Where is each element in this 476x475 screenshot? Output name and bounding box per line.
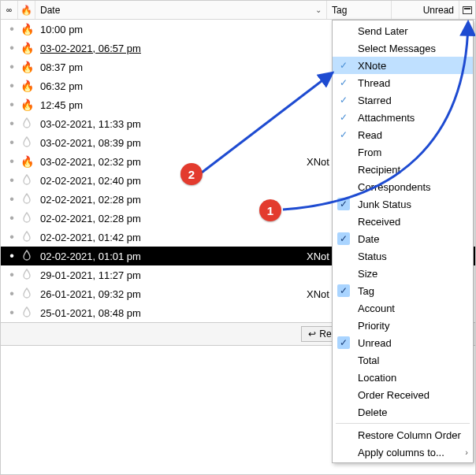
row-date: 12:45 pm [35,99,303,111]
column-menu-item[interactable]: Priority [333,317,473,334]
row-tag: XNot [303,250,329,262]
column-menu-item[interactable]: Status [333,247,473,265]
row-dot-icon: • [6,174,18,187]
tag-column-header[interactable]: Tag [327,1,392,19]
column-menu-item[interactable]: Apply columns to...› [333,443,473,461]
column-menu-item[interactable]: ✓Thread [333,74,473,91]
unread-column-header[interactable]: Unread [392,1,459,19]
column-menu-item[interactable]: ✓Read [333,126,473,143]
chevron-down-icon: ⌄ [315,6,322,14]
column-menu-item[interactable]: Size [333,265,473,282]
tag-header-label: Tag [332,5,347,16]
flame-hot-icon: 🔥 [18,42,35,54]
column-menu-item[interactable]: ✓Attachments [333,109,473,126]
flame-cold-icon [18,231,35,244]
submenu-arrow-icon: › [465,447,468,457]
column-menu-item[interactable]: ✓Tag [333,282,473,299]
row-dot-icon: • [6,269,18,281]
flame-hot-icon: 🔥 [18,155,35,168]
column-menu-label: Tag [358,285,374,297]
row-date: 08:37 pm [35,61,303,73]
column-menu-label: Send Later [358,25,408,37]
flame-hot-icon: 🔥 [18,98,35,111]
row-date: 02-02-2021, 02:40 pm [35,175,303,187]
column-menu-item[interactable]: Total [333,351,473,369]
check-empty [337,215,350,228]
column-menu-label: Account [358,302,395,314]
row-tag: XNot [303,288,329,300]
check-empty [337,180,350,193]
row-dot-icon: • [6,23,18,35]
column-menu-item[interactable]: Correspondents [333,178,473,195]
row-date: 10:00 pm [35,24,303,35]
column-menu-item[interactable]: Order Received [333,386,473,403]
column-menu-label: Restore Column Order [358,429,461,441]
flame-cold-icon [18,117,35,131]
flame-hot-icon: 🔥 [18,80,35,92]
column-menu-label: Order Received [358,389,430,401]
check-box-icon: ✓ [337,198,350,210]
check-empty [337,406,350,418]
row-date: 02-02-2021, 01:01 pm [35,250,303,262]
row-tag: XNot [303,156,329,168]
column-menu-item[interactable]: ✓Unread [333,334,473,351]
date-column-header[interactable]: Date ⌄ [35,1,327,19]
check-empty [337,429,350,441]
column-menu-item[interactable]: Send Later [333,22,473,39]
column-menu-label: Apply columns to... [358,447,444,458]
flame-cold-icon [18,212,35,225]
column-menu-label: Delete [358,406,388,418]
row-dot-icon: • [6,61,18,73]
check-tick-icon: ✓ [337,111,350,124]
column-menu-label: Recipient [358,164,400,176]
column-menu-item[interactable]: Select Messages [333,39,473,57]
thread-column-header[interactable]: ∞ [1,1,18,19]
check-empty [337,146,350,158]
flame-cold-icon [18,193,35,206]
hot-column-header[interactable]: 🔥 [18,1,35,19]
column-menu-label: XNote [358,60,386,72]
column-menu-item[interactable]: ✓XNote [333,57,473,74]
column-menu-label: Total [358,354,379,366]
row-date: 26-01-2021, 09:32 pm [35,288,303,300]
flame-cold-icon [18,269,35,282]
flame-cold-icon [18,288,35,301]
column-menu-item[interactable]: Recipient [333,161,473,178]
column-menu-item[interactable]: From [333,143,473,161]
column-menu-item[interactable]: Received [333,213,473,230]
row-dot-icon: • [6,212,18,225]
column-menu-item[interactable]: Account [333,299,473,317]
column-menu-item[interactable]: ✓Starred [333,91,473,109]
row-dot-icon: • [6,98,18,111]
row-date: 25-01-2021, 08:48 pm [35,307,303,319]
column-picker-button[interactable] [459,1,475,19]
column-menu-item[interactable]: ✓Junk Status [333,195,473,213]
check-empty [337,354,350,366]
column-menu-label: Read [358,129,382,141]
reply-icon: ↩ [308,328,316,340]
check-box-icon: ✓ [337,336,350,349]
column-menu-item[interactable]: Location [333,369,473,386]
flame-cold-icon [18,306,35,320]
check-empty [337,388,350,401]
column-menu-label: Unread [358,337,392,349]
check-tick-icon: ✓ [337,59,350,72]
check-empty [337,446,350,458]
column-menu-item[interactable]: ✓Date [333,230,473,247]
check-tick-icon: ✓ [337,76,350,89]
row-dot-icon: • [6,117,18,130]
row-date: 02-02-2021, 01:42 pm [35,232,303,243]
row-dot-icon: • [6,136,18,149]
flame-cold-icon [18,250,35,263]
column-menu-item[interactable]: Restore Column Order [333,426,473,443]
column-menu-label: Starred [358,95,392,106]
row-dot-icon: • [6,250,18,262]
column-picker-menu: Send LaterSelect Messages✓XNote✓Thread✓S… [332,20,474,463]
row-date: 03-02-2021, 11:33 pm [35,118,303,130]
column-menu-item[interactable]: Delete [333,403,473,421]
check-tick-icon: ✓ [337,128,350,141]
column-menu-label: Junk Status [358,199,411,210]
column-menu-label: Date [358,233,379,245]
row-date: 06:32 pm [35,80,303,92]
flame-hot-icon: 🔥 [18,23,35,35]
